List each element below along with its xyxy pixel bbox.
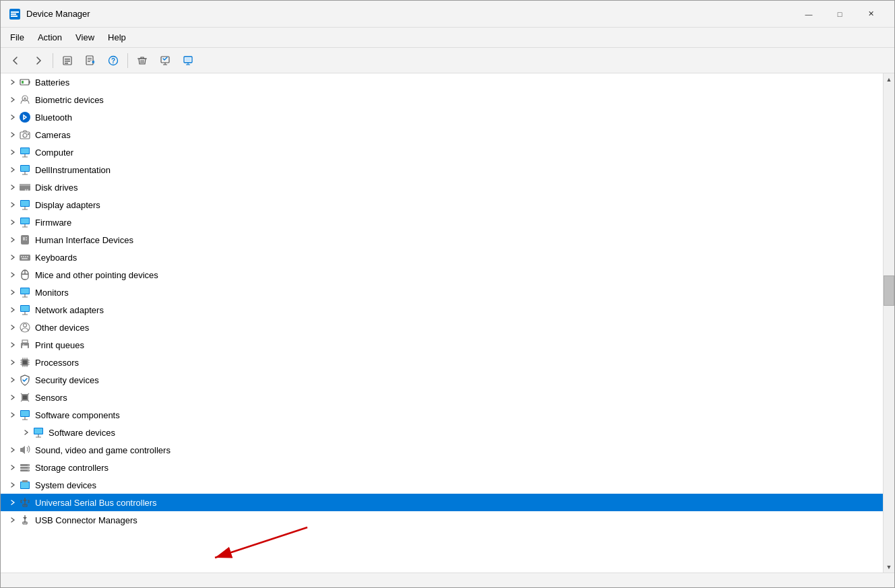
device-icon (18, 461, 32, 474)
tree-item-batteries[interactable]: Batteries (1, 73, 883, 91)
device-icon (18, 128, 32, 141)
svg-rect-47 (22, 258, 28, 259)
device-icon (18, 321, 32, 334)
tree-item-hid[interactable]: Human Interface Devices (1, 231, 883, 249)
device-label: Keyboards (35, 253, 77, 263)
chevron-icon (21, 427, 32, 438)
help-button[interactable]: ? (102, 51, 124, 70)
device-label: Biometric devices (35, 95, 104, 105)
tree-item-disk[interactable]: Disk drives (1, 178, 883, 196)
chevron-icon (7, 462, 18, 473)
device-icon (18, 110, 32, 124)
svg-point-71 (28, 470, 29, 471)
device-label: Sound, video and game controllers (35, 445, 171, 455)
close-button[interactable]: ✕ (855, 3, 886, 25)
svg-rect-27 (21, 148, 29, 154)
svg-point-32 (27, 189, 28, 191)
svg-rect-42 (20, 255, 30, 261)
device-label: Processors (35, 358, 79, 368)
tree-item-sound[interactable]: Sound, video and game controllers (1, 441, 883, 459)
svg-rect-19 (22, 81, 24, 84)
tree-item-display[interactable]: Display adapters (1, 196, 883, 214)
tree-item-print[interactable]: Print queues (1, 336, 883, 354)
tree-item-monitors[interactable]: Monitors (1, 284, 883, 301)
tree-item-mice[interactable]: Mice and other pointing devices (1, 266, 883, 284)
scrollbar[interactable]: ▲ ▼ (883, 73, 894, 573)
svg-rect-17 (20, 79, 29, 85)
back-button[interactable] (5, 51, 26, 70)
maximize-button[interactable]: □ (824, 3, 855, 25)
tree-item-dell[interactable]: DellInstrumentation (1, 161, 883, 178)
svg-rect-35 (21, 201, 29, 206)
svg-text:?: ? (111, 57, 115, 65)
tree-item-usb-connector[interactable]: USB Connector Managers (1, 511, 883, 529)
scrollbar-track[interactable] (884, 85, 894, 561)
tree-item-security[interactable]: Security devices (1, 371, 883, 389)
menu-help[interactable]: Help (101, 30, 133, 45)
device-icon (18, 216, 32, 229)
svg-rect-57 (23, 344, 24, 346)
svg-rect-59 (23, 360, 27, 364)
monitor-button[interactable] (177, 51, 199, 70)
device-label: Display adapters (35, 200, 100, 210)
tree-item-bluetooth[interactable]: Bluetooth (1, 108, 883, 126)
svg-rect-74 (22, 480, 28, 482)
menu-action[interactable]: Action (31, 30, 69, 45)
tree-item-storage[interactable]: Storage controllers (1, 459, 883, 476)
menu-file[interactable]: File (3, 30, 31, 45)
tree-item-biometric[interactable]: Biometric devices (1, 91, 883, 108)
tree-item-keyboards[interactable]: Keyboards (1, 249, 883, 266)
tree-item-sensors[interactable]: Sensors (1, 389, 883, 406)
device-label: Universal Serial Bus controllers (35, 498, 157, 508)
tree-item-system[interactable]: System devices (1, 476, 883, 494)
tree-item-software-components[interactable]: Software components (1, 406, 883, 424)
device-label: Bluetooth (35, 112, 72, 123)
scrollbar-thumb[interactable] (884, 275, 894, 306)
device-icon (18, 513, 32, 527)
svg-rect-39 (23, 237, 25, 240)
device-icon (18, 233, 32, 247)
tree-item-firmware[interactable]: Firmware (1, 214, 883, 231)
tree-item-other[interactable]: Other devices (1, 319, 883, 336)
device-label: Mice and other pointing devices (35, 270, 158, 280)
chevron-icon (7, 129, 18, 140)
svg-rect-7 (65, 63, 68, 64)
forward-button[interactable] (28, 51, 49, 70)
device-icon (18, 338, 32, 352)
scroll-up-button[interactable]: ▲ (884, 73, 894, 85)
svg-rect-56 (22, 346, 28, 349)
chevron-icon (7, 147, 18, 158)
device-label: Firmware (35, 218, 71, 228)
device-label: Computer (35, 148, 73, 158)
menu-view[interactable]: View (69, 30, 101, 45)
svg-point-21 (24, 98, 26, 100)
menu-bar: File Action View Help (1, 28, 894, 48)
properties-button[interactable] (57, 51, 78, 70)
device-icon (18, 286, 32, 299)
tree-item-software-devices[interactable]: Software devices (1, 424, 883, 441)
device-label: Batteries (35, 77, 69, 88)
device-label: USB Connector Managers (35, 515, 137, 525)
device-label: Human Interface Devices (35, 235, 133, 245)
device-label: Storage controllers (35, 463, 109, 473)
uninstall-button[interactable] (131, 51, 153, 70)
device-label: Network adapters (35, 305, 104, 315)
svg-point-22 (20, 112, 30, 123)
tree-item-usb-controllers[interactable]: Universal Serial Bus controllers (1, 494, 883, 511)
chevron-icon (7, 77, 18, 88)
device-label: Monitors (35, 288, 69, 298)
device-icon (18, 496, 32, 509)
chevron-icon (7, 374, 18, 385)
scroll-down-button[interactable]: ▼ (884, 561, 894, 573)
device-icon (18, 443, 32, 457)
svg-rect-31 (20, 184, 30, 186)
minimize-button[interactable]: — (793, 3, 824, 25)
tree-item-network[interactable]: Network adapters (1, 301, 883, 319)
scan-button[interactable] (154, 51, 176, 70)
tree-item-processors[interactable]: Processors (1, 354, 883, 371)
title-bar: Device Manager — □ ✕ (1, 1, 894, 28)
svg-rect-65 (34, 428, 42, 434)
tree-item-cameras[interactable]: Cameras (1, 126, 883, 143)
tree-item-computer[interactable]: Computer (1, 143, 883, 161)
update-driver-button[interactable] (80, 51, 101, 70)
